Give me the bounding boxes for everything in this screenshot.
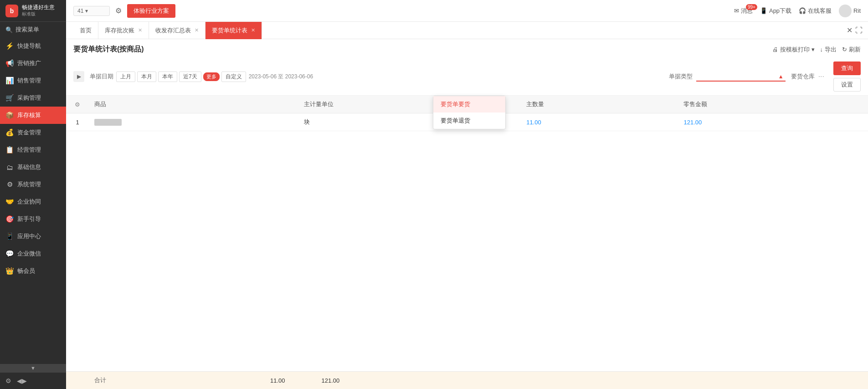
filter-right-btns: 查询 设置 [833, 61, 861, 92]
system-icon: ⚙ [5, 180, 14, 189]
close-tab-recv-summary[interactable]: ✕ [195, 27, 199, 33]
amount-link[interactable]: 121.00 [683, 119, 702, 126]
sidebar-item-finance[interactable]: 💰 资金管理 [0, 124, 66, 141]
member-icon: 👑 [5, 267, 14, 275]
export-btn[interactable]: ↓ 导出 [820, 46, 837, 54]
close-tab-order-stats[interactable]: ✕ [251, 27, 255, 33]
topbar-left: 41 ▾ ⚙ 体验行业方案 [73, 4, 729, 18]
app-logo-icon: b [5, 5, 18, 17]
messages-item[interactable]: ✉ 消息 99+ [734, 7, 753, 15]
sidebar-scroll-down[interactable]: ▼ [0, 364, 66, 372]
date-custom[interactable]: 自定义 [221, 72, 246, 82]
type-filter-section: 单据类型 ▲ [669, 72, 786, 82]
warehouse-more-dots[interactable]: ··· [818, 72, 824, 81]
purchase-icon: 🛒 [5, 94, 14, 102]
tab-order-stats[interactable]: 要货单统计表 ✕ [205, 22, 262, 39]
tab-recv-summary[interactable]: 收发存汇总表 ✕ [149, 22, 205, 39]
print-arrow-icon: ▾ [812, 46, 815, 53]
finance-icon: 💰 [5, 128, 14, 137]
main-area: 41 ▾ ⚙ 体验行业方案 ✉ 消息 99+ 📱 App下载 🎧 在线客服 R [66, 0, 868, 389]
operations-icon: 📋 [5, 146, 14, 154]
apps-icon: 📱 [5, 232, 14, 241]
table-footer: 合计 11.00 121.00 [66, 371, 868, 389]
type-input-wrap: ▲ [696, 72, 786, 82]
tab-home[interactable]: 首页 [73, 22, 98, 39]
online-service-item[interactable]: 🎧 在线客服 [799, 7, 832, 15]
cell-goods: ██████ [89, 113, 298, 131]
maximize-icon: ⛶ [855, 26, 863, 35]
sidebar-item-quick-nav[interactable]: ⚡ 快捷导航 [0, 37, 66, 55]
app-logo-text: 畅捷通好生意 标准版 [22, 4, 55, 18]
settings-footer-icon[interactable]: ⚙ [5, 377, 11, 384]
date-label: 单据日期 [90, 72, 113, 81]
store-selector[interactable]: 41 ▾ [73, 6, 110, 16]
inventory-icon: 📦 [5, 111, 14, 119]
refresh-icon: ↻ [842, 46, 847, 53]
type-dropdown: 要货单要货 要货单退货 [433, 96, 506, 129]
app-download-item[interactable]: 📱 App下载 [760, 7, 791, 15]
close-tab-inventory-batch[interactable]: ✕ [138, 27, 142, 33]
topbar: 41 ▾ ⚙ 体验行业方案 ✉ 消息 99+ 📱 App下载 🎧 在线客服 R [66, 0, 868, 22]
sidebar-item-sales[interactable]: 📊 销售管理 [0, 72, 66, 89]
sidebar-item-member[interactable]: 👑 畅会员 [0, 262, 66, 280]
warehouse-label: 要货仓库 [791, 72, 815, 81]
collapse-toggle-icon[interactable]: ◀▶ [17, 377, 27, 384]
date-7days[interactable]: 近7天 [179, 72, 201, 82]
user-avatar-wrap[interactable]: Rit [839, 5, 861, 17]
date-this-year[interactable]: 本年 [158, 72, 177, 82]
sidebar: b 畅捷通好生意 标准版 🔍 搜索菜单 ⚡ 快捷导航 📢 营销推广 📊 销售管理… [0, 0, 66, 389]
cell-seq: 1 [66, 113, 89, 131]
dropdown-item-order-return[interactable]: 要货单退货 [433, 113, 505, 129]
date-prev-month[interactable]: 上月 [116, 72, 135, 82]
phone-icon: 📱 [760, 7, 767, 14]
sidebar-nav: ⚡ 快捷导航 📢 营销推广 📊 销售管理 🛒 采购管理 📦 库存核算 💰 资金管… [0, 37, 66, 364]
search-menu[interactable]: 🔍 搜索菜单 [0, 22, 66, 37]
date-range-display: 2023-05-06 至 2023-06-06 [249, 73, 313, 81]
col-settings: ⚙ [66, 96, 89, 113]
marketing-icon: 📢 [5, 59, 14, 67]
sidebar-item-apps[interactable]: 📱 应用中心 [0, 228, 66, 245]
sidebar-logo: b 畅捷通好生意 标准版 [0, 0, 66, 22]
sidebar-item-operations[interactable]: 📋 经营管理 [0, 141, 66, 159]
date-btns: 上月 本月 本年 近7天 更多 自定义 [116, 72, 246, 82]
table-settings-icon[interactable]: ⚙ [75, 101, 80, 108]
sidebar-item-basics[interactable]: 🗂 基础信息 [0, 159, 66, 176]
tab-bar: 首页 库存批次账 ✕ 收发存汇总表 ✕ 要货单统计表 ✕ ✕ ⛶ [66, 22, 868, 39]
dropdown-item-order-goods[interactable]: 要货单要货 [433, 96, 505, 113]
sidebar-item-marketing[interactable]: 📢 营销推广 [0, 55, 66, 72]
qty-link[interactable]: 11.00 [526, 119, 541, 126]
sidebar-item-inventory[interactable]: 📦 库存核算 [0, 107, 66, 124]
sales-icon: 📊 [5, 77, 14, 85]
date-filter-section: 单据日期 上月 本月 本年 近7天 更多 自定义 2023-05-06 至 20… [90, 72, 313, 82]
trial-btn[interactable]: 体验行业方案 [127, 4, 175, 18]
sidebar-item-system[interactable]: ⚙ 系统管理 [0, 176, 66, 193]
cell-amount: 121.00 [678, 113, 868, 131]
wechat-icon: 💬 [5, 250, 14, 258]
sidebar-item-purchase[interactable]: 🛒 采购管理 [0, 89, 66, 107]
type-dropdown-arrow[interactable]: ▲ [778, 73, 784, 80]
sidebar-item-enterprise[interactable]: 🤝 企业协同 [0, 193, 66, 210]
table-wrap: ⚙ 商品 主计量单位 主数量 零售金额 [66, 96, 868, 371]
tab-close-all[interactable]: ✕ ⛶ [841, 26, 868, 35]
query-btn[interactable]: 查询 [833, 61, 861, 75]
col-qty: 主数量 [521, 96, 678, 113]
footer-label: 合计 [94, 376, 106, 384]
date-curr-month[interactable]: 本月 [137, 72, 156, 82]
sidebar-item-wechat[interactable]: 💬 企业微信 [0, 245, 66, 262]
setup-btn[interactable]: 设置 [833, 78, 861, 92]
topbar-settings-icon[interactable]: ⚙ [113, 5, 123, 17]
sidebar-footer: ⚙ ◀▶ [0, 372, 66, 389]
print-btn[interactable]: 🖨 按模板打印 ▾ [772, 46, 815, 54]
message-icon: ✉ [734, 7, 739, 14]
type-input[interactable] [696, 72, 786, 82]
filter-expand-btn[interactable]: ▶ [73, 71, 84, 82]
headset-icon: 🎧 [799, 7, 806, 14]
sidebar-item-guide[interactable]: 🎯 新手引导 [0, 210, 66, 228]
enterprise-icon: 🤝 [5, 198, 14, 206]
cell-qty: 11.00 [521, 113, 678, 131]
refresh-btn[interactable]: ↻ 刷新 [842, 46, 861, 54]
date-more-badge[interactable]: 更多 [203, 72, 220, 81]
messages-badge: 99+ [746, 4, 757, 10]
tab-inventory-batch[interactable]: 库存批次账 ✕ [98, 22, 149, 39]
search-icon: 🔍 [5, 26, 13, 33]
